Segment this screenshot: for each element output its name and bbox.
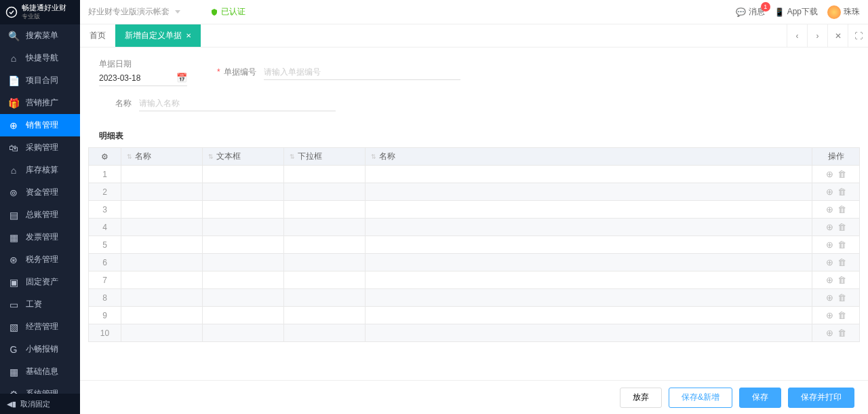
cell-name2[interactable] xyxy=(366,324,812,342)
cell-textbox[interactable] xyxy=(203,219,284,236)
fullscreen-toggle[interactable]: ⛶ xyxy=(848,24,868,47)
add-row-icon[interactable]: ⊕ xyxy=(826,310,833,320)
account-selector[interactable]: 好业财专业版演示帐套 xyxy=(88,6,180,18)
delete-row-icon[interactable]: 🗑 xyxy=(837,275,846,285)
add-row-icon[interactable]: ⊕ xyxy=(826,240,833,250)
table-row[interactable]: 5⊕🗑 xyxy=(89,236,860,254)
date-input[interactable]: 2023-03-18 📅 xyxy=(99,70,187,86)
sidebar-item-14[interactable]: G小畅报销 xyxy=(0,338,80,360)
add-row-icon[interactable]: ⊕ xyxy=(826,169,833,179)
cell-name2[interactable] xyxy=(366,219,812,236)
cell-name1[interactable] xyxy=(121,166,203,183)
tabs-close-all[interactable]: ✕ xyxy=(827,24,848,47)
cell-dropdown[interactable] xyxy=(284,201,366,219)
delete-row-icon[interactable]: 🗑 xyxy=(837,187,846,197)
table-row[interactable]: 9⊕🗑 xyxy=(89,307,860,324)
sidebar-item-1[interactable]: ⌂快捷导航 xyxy=(0,47,80,69)
user-menu[interactable]: 珠珠 xyxy=(827,5,860,19)
sidebar-item-6[interactable]: ⌂库存核算 xyxy=(0,159,80,181)
cell-textbox[interactable] xyxy=(203,307,284,324)
add-row-icon[interactable]: ⊕ xyxy=(826,222,833,232)
discard-button[interactable]: 放弃 xyxy=(620,388,662,408)
sidebar-item-3[interactable]: 🎁营销推广 xyxy=(0,92,80,114)
sidebar-item-13[interactable]: ▧经营管理 xyxy=(0,316,80,338)
cell-textbox[interactable] xyxy=(203,201,284,219)
col-name2[interactable]: ⇅名称 xyxy=(366,148,812,166)
delete-row-icon[interactable]: 🗑 xyxy=(837,204,846,214)
cell-name1[interactable] xyxy=(121,236,203,254)
tabs-prev[interactable]: ‹ xyxy=(787,24,807,47)
save-and-print-button[interactable]: 保存并打印 xyxy=(788,388,854,408)
sidebar-pin-toggle[interactable]: ◀▮ 取消固定 xyxy=(0,394,80,414)
cell-textbox[interactable] xyxy=(203,166,284,183)
table-row[interactable]: 7⊕🗑 xyxy=(89,271,860,289)
delete-row-icon[interactable]: 🗑 xyxy=(837,293,846,303)
cell-dropdown[interactable] xyxy=(284,166,366,183)
table-row[interactable]: 10⊕🗑 xyxy=(89,324,860,342)
table-row[interactable]: 3⊕🗑 xyxy=(89,201,860,219)
cell-dropdown[interactable] xyxy=(284,183,366,201)
sidebar-item-10[interactable]: ⊛税务管理 xyxy=(0,248,80,271)
cell-textbox[interactable] xyxy=(203,236,284,254)
delete-row-icon[interactable]: 🗑 xyxy=(837,222,846,232)
add-row-icon[interactable]: ⊕ xyxy=(826,328,833,338)
messages-link[interactable]: 💬 消息 1 xyxy=(736,6,765,18)
cell-name1[interactable] xyxy=(121,201,203,219)
table-row[interactable]: 6⊕🗑 xyxy=(89,254,860,271)
cell-name1[interactable] xyxy=(121,271,203,289)
add-row-icon[interactable]: ⊕ xyxy=(826,257,833,267)
add-row-icon[interactable]: ⊕ xyxy=(826,293,833,303)
cell-name2[interactable] xyxy=(366,307,812,324)
cell-name1[interactable] xyxy=(121,254,203,271)
sidebar-item-8[interactable]: ▤总账管理 xyxy=(0,204,80,226)
col-dropdown[interactable]: ⇅下拉框 xyxy=(284,148,366,166)
cell-textbox[interactable] xyxy=(203,271,284,289)
col-settings[interactable]: ⚙ xyxy=(89,148,121,166)
cell-name1[interactable] xyxy=(121,289,203,307)
delete-row-icon[interactable]: 🗑 xyxy=(837,240,846,250)
cell-name1[interactable] xyxy=(121,307,203,324)
delete-row-icon[interactable]: 🗑 xyxy=(837,310,846,320)
cell-name2[interactable] xyxy=(366,166,812,183)
sidebar-item-0[interactable]: 🔍搜索菜单 xyxy=(0,24,80,47)
cell-textbox[interactable] xyxy=(203,289,284,307)
cell-textbox[interactable] xyxy=(203,254,284,271)
sidebar-item-15[interactable]: ▦基础信息 xyxy=(0,360,80,383)
cell-name2[interactable] xyxy=(366,201,812,219)
cell-name2[interactable] xyxy=(366,254,812,271)
delete-row-icon[interactable]: 🗑 xyxy=(837,257,846,267)
sidebar-item-12[interactable]: ▭工资 xyxy=(0,293,80,316)
table-row[interactable]: 4⊕🗑 xyxy=(89,219,860,236)
save-button[interactable]: 保存 xyxy=(739,388,781,408)
sidebar-item-5[interactable]: 🛍采购管理 xyxy=(0,136,80,159)
close-icon[interactable]: ✕ xyxy=(186,32,191,39)
cell-dropdown[interactable] xyxy=(284,236,366,254)
cell-dropdown[interactable] xyxy=(284,219,366,236)
cell-name2[interactable] xyxy=(366,183,812,201)
table-row[interactable]: 1⊕🗑 xyxy=(89,166,860,183)
table-row[interactable]: 8⊕🗑 xyxy=(89,289,860,307)
tab-home[interactable]: 首页 xyxy=(80,24,115,47)
app-download-link[interactable]: 📱 App下载 xyxy=(774,6,818,18)
cell-name1[interactable] xyxy=(121,219,203,236)
save-and-new-button[interactable]: 保存&新增 xyxy=(669,388,732,408)
col-name1[interactable]: ⇅名称 xyxy=(121,148,203,166)
col-textbox[interactable]: ⇅文本框 xyxy=(203,148,284,166)
cell-name1[interactable] xyxy=(121,324,203,342)
code-input[interactable] xyxy=(264,64,460,80)
cell-name2[interactable] xyxy=(366,271,812,289)
cell-name2[interactable] xyxy=(366,289,812,307)
sidebar-item-2[interactable]: 📄项目合同 xyxy=(0,69,80,92)
cell-textbox[interactable] xyxy=(203,324,284,342)
cell-name1[interactable] xyxy=(121,183,203,201)
cell-dropdown[interactable] xyxy=(284,254,366,271)
tabs-next[interactable]: › xyxy=(807,24,827,47)
sidebar-item-7[interactable]: ⊚资金管理 xyxy=(0,181,80,204)
sidebar-item-16[interactable]: ⚙系统管理 xyxy=(0,383,80,394)
delete-row-icon[interactable]: 🗑 xyxy=(837,169,846,179)
cell-dropdown[interactable] xyxy=(284,324,366,342)
sidebar-item-11[interactable]: ▣固定资产 xyxy=(0,271,80,293)
add-row-icon[interactable]: ⊕ xyxy=(826,187,833,197)
add-row-icon[interactable]: ⊕ xyxy=(826,275,833,285)
delete-row-icon[interactable]: 🗑 xyxy=(837,328,846,338)
